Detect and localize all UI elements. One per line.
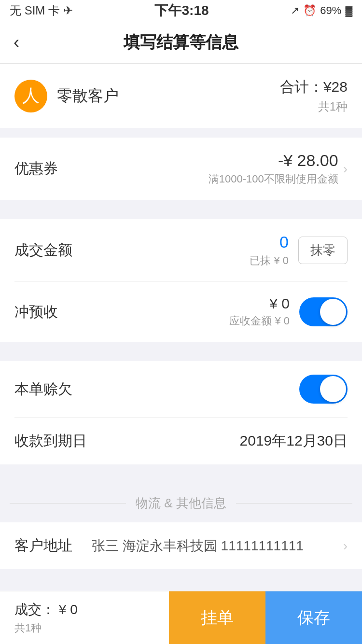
status-right: ↗ ⏰ 69% ▓ bbox=[291, 4, 352, 17]
total-count: 共1种 bbox=[280, 99, 348, 114]
due-date-value: 2019年12月30日 bbox=[240, 431, 348, 451]
address-section: 客户地址 张三 海淀永丰科技园 11111111111 › bbox=[0, 522, 362, 569]
coupon-right: -¥ 28.00 满1000-100不限制使用金额 › bbox=[209, 151, 348, 186]
logistics-header-text: 物流 & 其他信息 bbox=[136, 495, 226, 512]
coupon-value-block: -¥ 28.00 满1000-100不限制使用金额 bbox=[209, 151, 338, 186]
bottom-buttons: 挂单 保存 bbox=[169, 591, 362, 644]
no-sim-label: 无 SIM 卡 ✈ bbox=[10, 3, 73, 18]
address-row[interactable]: 客户地址 张三 海淀永丰科技园 11111111111 › bbox=[0, 522, 362, 569]
customer-row: 人 零散客户 合计：¥28 共1种 bbox=[0, 64, 362, 128]
status-left: 无 SIM 卡 ✈ bbox=[10, 3, 73, 18]
location-icon: ↗ bbox=[291, 4, 299, 17]
address-value: 张三 海淀永丰科技园 11111111111 bbox=[92, 537, 324, 555]
pending-button[interactable]: 挂单 bbox=[169, 591, 265, 644]
status-time: 下午3:18 bbox=[154, 1, 209, 20]
address-chevron-icon: › bbox=[343, 538, 348, 554]
deal-amount-value-block: 0 已抹 ¥ 0 bbox=[250, 233, 289, 268]
total-amount: 合计：¥28 bbox=[280, 77, 348, 97]
chevron-right-icon: › bbox=[343, 161, 348, 177]
debt-row: 本单赊欠 bbox=[0, 361, 362, 417]
coupon-label: 优惠券 bbox=[14, 159, 58, 179]
nav-bar: ‹ 填写结算等信息 bbox=[0, 21, 362, 64]
due-date-row: 收款到期日 2019年12月30日 bbox=[0, 418, 362, 464]
prepayment-value: ¥ 0 bbox=[269, 295, 290, 311]
round-zero-button[interactable]: 抹零 bbox=[298, 237, 348, 264]
prepayment-row: 冲预收 ¥ 0 应收金额 ¥ 0 bbox=[0, 282, 362, 342]
coupon-row[interactable]: 优惠券 -¥ 28.00 满1000-100不限制使用金额 › bbox=[0, 138, 362, 200]
deal-amount-row: 成交金额 0 已抹 ¥ 0 抹零 bbox=[0, 219, 362, 281]
prepayment-toggle[interactable] bbox=[299, 297, 348, 326]
deal-amount-right: 0 已抹 ¥ 0 抹零 bbox=[250, 233, 348, 268]
customer-right: 合计：¥28 共1种 bbox=[280, 77, 348, 114]
header-line-left bbox=[10, 503, 126, 504]
customer-left: 人 零散客户 bbox=[14, 80, 119, 112]
coupon-amount: -¥ 28.00 bbox=[209, 151, 338, 170]
coupon-desc: 满1000-100不限制使用金额 bbox=[209, 172, 338, 186]
save-button[interactable]: 保存 bbox=[265, 591, 362, 644]
customer-section: 人 零散客户 合计：¥28 共1种 bbox=[0, 64, 362, 128]
prepayment-label: 冲预收 bbox=[14, 302, 58, 322]
coupon-section: 优惠券 -¥ 28.00 满1000-100不限制使用金额 › bbox=[0, 138, 362, 200]
bottom-count: 共1种 bbox=[14, 621, 154, 635]
deal-amount-value[interactable]: 0 bbox=[279, 233, 289, 251]
bottom-deal-value: ¥ 0 bbox=[59, 602, 78, 617]
customer-name: 零散客户 bbox=[57, 85, 119, 107]
debt-section: 本单赊欠 收款到期日 2019年12月30日 bbox=[0, 361, 362, 464]
debt-toggle-thumb bbox=[320, 376, 346, 402]
section-gap-1 bbox=[0, 210, 362, 219]
battery-label: 69% bbox=[320, 4, 341, 17]
due-date-label: 收款到期日 bbox=[14, 431, 87, 451]
alarm-icon: ⏰ bbox=[303, 4, 316, 17]
deal-amount-sub: 已抹 ¥ 0 bbox=[250, 253, 289, 268]
debt-label: 本单赊欠 bbox=[14, 379, 72, 399]
avatar: 人 bbox=[14, 80, 47, 112]
bottom-bar: 成交： ¥ 0 共1种 挂单 保存 bbox=[0, 591, 362, 644]
back-button[interactable]: ‹ bbox=[14, 32, 19, 53]
battery-icon: ▓ bbox=[345, 5, 352, 16]
toggle-thumb bbox=[320, 299, 346, 325]
section-gap-2 bbox=[0, 351, 362, 361]
prepayment-value-block: ¥ 0 应收金额 ¥ 0 bbox=[229, 295, 290, 328]
prepayment-sub: 应收金额 ¥ 0 bbox=[229, 314, 290, 328]
debt-right bbox=[299, 375, 348, 404]
status-bar: 无 SIM 卡 ✈ 下午3:18 ↗ ⏰ 69% ▓ bbox=[0, 0, 362, 21]
address-label: 客户地址 bbox=[14, 536, 72, 556]
deal-amount-section: 成交金额 0 已抹 ¥ 0 抹零 冲预收 ¥ 0 应收金 bbox=[0, 219, 362, 342]
logistics-header: 物流 & 其他信息 bbox=[0, 484, 362, 522]
header-line-right bbox=[236, 503, 352, 504]
bottom-deal-label: 成交： bbox=[14, 602, 55, 617]
page-title: 填写结算等信息 bbox=[124, 31, 238, 54]
deal-amount-label: 成交金额 bbox=[14, 240, 72, 260]
bottom-info: 成交： ¥ 0 共1种 bbox=[0, 601, 169, 635]
prepayment-right: ¥ 0 应收金额 ¥ 0 bbox=[229, 295, 348, 328]
bottom-deal: 成交： ¥ 0 bbox=[14, 601, 154, 619]
debt-toggle[interactable] bbox=[299, 375, 348, 404]
section-gap-3 bbox=[0, 474, 362, 484]
